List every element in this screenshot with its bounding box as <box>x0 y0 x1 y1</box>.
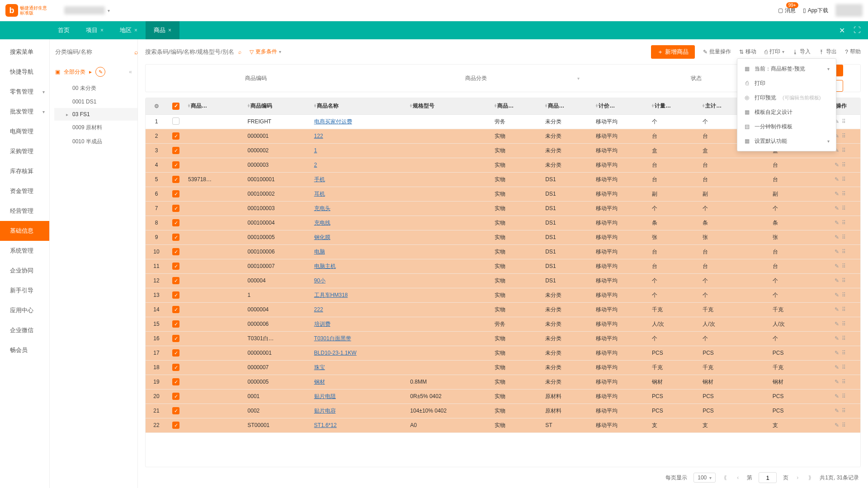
product-name-link[interactable]: T0301白面黑带 <box>314 335 351 342</box>
row-checkbox[interactable]: ✓ <box>172 263 179 270</box>
sidebar-item[interactable]: 采购管理 <box>0 141 49 161</box>
product-name-link[interactable]: 电商买家付运费 <box>314 118 352 125</box>
row-checkbox[interactable]: ✓ <box>172 364 179 371</box>
more-row-icon[interactable]: ⠿ <box>842 422 846 428</box>
sidebar-item[interactable]: 零售管理▾ <box>0 82 49 102</box>
table-row[interactable]: 8✓000100004充电线实物DS1移动平均条条条✎⠿ <box>146 216 860 230</box>
more-row-icon[interactable]: ⠿ <box>842 364 846 371</box>
column-header[interactable]: ▴▾商品名称 <box>311 98 407 114</box>
more-filter-button[interactable]: ▽ 更多条件 ▾ <box>250 48 281 56</box>
filter-category[interactable]: 商品分类▾ <box>366 75 586 82</box>
tab-地区[interactable]: 地区× <box>112 21 146 39</box>
row-checkbox[interactable]: ✓ <box>172 161 179 169</box>
row-checkbox[interactable]: ✓ <box>172 234 179 241</box>
tab-商品[interactable]: 商品× <box>146 21 179 39</box>
more-row-icon[interactable]: ⠿ <box>842 263 846 269</box>
edit-row-icon[interactable]: ✎ <box>835 335 839 342</box>
product-name-link[interactable]: 电脑主机 <box>314 263 336 269</box>
row-checkbox[interactable]: ✓ <box>172 422 179 429</box>
table-row[interactable]: 19✓0000005钢材0.8MM实物未分类移动平均钢材钢材钢材✎⠿ <box>146 375 860 389</box>
more-row-icon[interactable]: ⠿ <box>842 321 846 327</box>
next-page-button[interactable]: › <box>795 474 800 481</box>
edit-row-icon[interactable]: ✎ <box>835 277 839 284</box>
table-row[interactable]: 21✓0002贴片电容104±10% 0402实物原材料移动平均PCSPCSPC… <box>146 404 860 418</box>
more-row-icon[interactable]: ⠿ <box>842 147 846 154</box>
search-icon[interactable]: ⌕ <box>134 48 138 56</box>
export-button[interactable]: ⭱导出 <box>819 48 837 56</box>
sidebar-item[interactable]: 经营管理 <box>0 201 49 221</box>
row-checkbox[interactable]: ✓ <box>172 407 179 414</box>
table-row[interactable]: 11✓000100007电脑主机实物DS1移动平均台台台✎⠿ <box>146 259 860 273</box>
product-name-link[interactable]: BLD10-23-1.1KW <box>314 350 357 356</box>
page-input[interactable] <box>759 472 777 483</box>
help-button[interactable]: ?帮助 <box>845 48 861 56</box>
product-name-link[interactable]: 培训费 <box>314 321 330 327</box>
table-row[interactable]: 6✓000100002耳机实物DS1移动平均副副副✎⠿ <box>146 187 860 201</box>
row-checkbox[interactable]: ✓ <box>172 335 179 342</box>
edit-row-icon[interactable]: ✎ <box>835 176 839 183</box>
column-header[interactable]: ▴▾计量… <box>648 98 699 114</box>
row-checkbox[interactable]: ✓ <box>172 349 179 357</box>
select-all-checkbox[interactable]: ✓ <box>172 103 179 110</box>
product-name-link[interactable]: 电脑 <box>314 249 325 255</box>
collapse-tree-button[interactable]: « <box>129 69 132 75</box>
table-row[interactable]: 12✓00000490小实物DS1移动平均个个个✎⠿ <box>146 273 860 288</box>
user-avatar[interactable] <box>835 4 863 17</box>
column-header[interactable]: ▴▾规格型号 <box>406 98 491 114</box>
table-row[interactable]: 10✓000100006电脑实物DS1移动平均台台台✎⠿ <box>146 244 860 259</box>
sidebar-item[interactable]: 库存核算 <box>0 161 49 181</box>
more-row-icon[interactable]: ⠿ <box>842 205 846 211</box>
org-selector[interactable]: ▾ <box>64 6 110 14</box>
tab-项目[interactable]: 项目× <box>78 21 112 39</box>
sidebar-item[interactable]: 批发管理▾ <box>0 102 49 122</box>
table-row[interactable]: 17✓00000001BLD10-23-1.1KW实物未分类移动平均PCSPCS… <box>146 346 860 360</box>
app-download-button[interactable]: ▯ App下载 <box>803 7 828 14</box>
column-header[interactable]: ▴▾商品… <box>491 98 542 114</box>
tree-all-label[interactable]: 全部分类 <box>64 68 85 76</box>
sidebar-item[interactable]: 快捷导航 <box>0 62 49 82</box>
tree-item[interactable]: 0009 原材料 <box>54 121 137 135</box>
product-name-link[interactable]: 充电线 <box>314 220 330 226</box>
product-name-link[interactable]: 耳机 <box>314 191 325 197</box>
dropdown-item[interactable]: ⎙打印 <box>737 76 836 90</box>
more-row-icon[interactable]: ⠿ <box>842 133 846 139</box>
edit-row-icon[interactable]: ✎ <box>835 306 839 313</box>
more-row-icon[interactable]: ⠿ <box>842 306 846 313</box>
sidebar-item[interactable]: 搜索菜单 <box>0 42 49 62</box>
dropdown-item[interactable]: ▦设置默认功能▾ <box>737 134 836 148</box>
close-tab-button[interactable]: ✕ <box>835 24 848 37</box>
fullscreen-button[interactable]: ⛶ <box>851 24 863 37</box>
product-name-link[interactable]: 贴片电容 <box>314 408 336 414</box>
row-checkbox[interactable]: ✓ <box>172 248 179 255</box>
product-name-link[interactable]: 贴片电阻 <box>314 393 336 399</box>
edit-tree-button[interactable]: ✎ <box>95 67 105 77</box>
sidebar-item[interactable]: 系统管理 <box>0 241 49 261</box>
edit-row-icon[interactable]: ✎ <box>835 249 839 255</box>
row-checkbox[interactable] <box>172 117 179 125</box>
more-row-icon[interactable]: ⠿ <box>842 118 846 125</box>
more-row-icon[interactable]: ⠿ <box>842 162 846 168</box>
more-row-icon[interactable]: ⠿ <box>842 176 846 183</box>
table-row[interactable]: 7✓000100003充电头实物DS1移动平均个个个✎⠿ <box>146 201 860 216</box>
dropdown-current[interactable]: ▦ 当前：商品标签-预览 ▾ <box>737 61 836 76</box>
edit-row-icon[interactable]: ✎ <box>835 321 839 327</box>
add-product-button[interactable]: ＋ 新增商品 <box>651 45 695 59</box>
import-button[interactable]: ⭳导入 <box>793 48 811 56</box>
more-row-icon[interactable]: ⠿ <box>842 234 846 240</box>
more-row-icon[interactable]: ⠿ <box>842 191 846 197</box>
dropdown-item[interactable]: ◎打印预览(可编辑当前模板) <box>737 90 836 105</box>
table-row[interactable]: 4✓00000032实物未分类移动平均台台台✎⠿ <box>146 158 860 172</box>
tree-item[interactable]: 00 未分类 <box>54 81 137 95</box>
sidebar-item[interactable]: 资金管理 <box>0 181 49 201</box>
edit-row-icon[interactable]: ✎ <box>835 393 839 399</box>
product-name-link[interactable]: 1 <box>314 147 317 154</box>
edit-row-icon[interactable]: ✎ <box>835 408 839 414</box>
sidebar-item[interactable]: 畅会员 <box>0 340 49 360</box>
close-icon[interactable]: × <box>100 27 104 33</box>
column-header[interactable]: ▴▾商品编码 <box>244 98 311 114</box>
prev-page-button[interactable]: ‹ <box>735 474 741 481</box>
edit-row-icon[interactable]: ✎ <box>835 364 839 371</box>
product-name-link[interactable]: 222 <box>314 306 323 313</box>
more-row-icon[interactable]: ⠿ <box>842 379 846 385</box>
sidebar-item[interactable]: 企业协同 <box>0 261 49 281</box>
